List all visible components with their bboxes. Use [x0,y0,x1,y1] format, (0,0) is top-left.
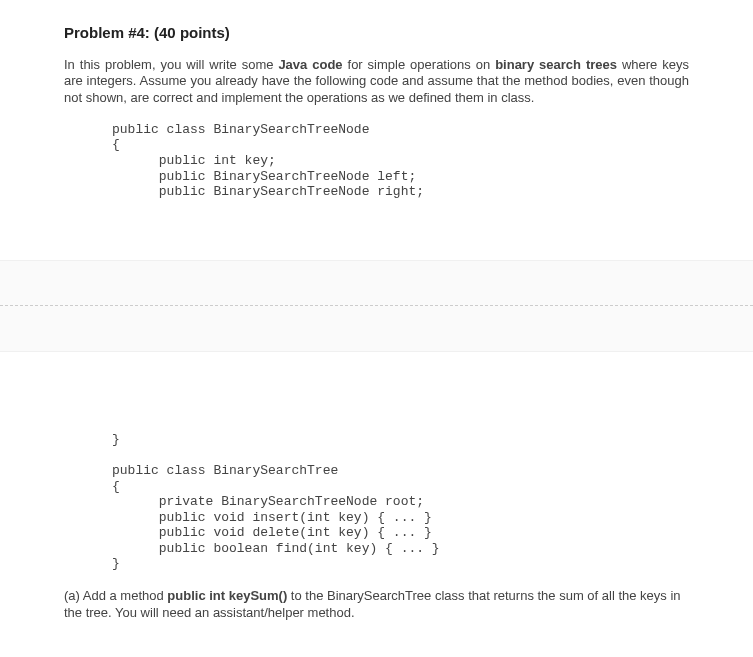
page-break-dashed-line [0,305,753,306]
problem-intro: In this problem, you will write some Jav… [64,57,689,106]
intro-bold-bst: binary search trees [495,57,617,72]
intro-text-2: for simple operations on [343,57,496,72]
spacer-above-band [0,200,753,260]
code-block-node-class: public class BinarySearchTreeNode { publ… [112,122,689,200]
page-break-band [0,260,753,352]
page-content-bottom: } public class BinarySearchTree { privat… [0,432,753,622]
problem-title: Problem #4: (40 points) [64,24,689,41]
spacer-below-band [0,352,753,432]
part-a-method: public int keySum() [167,588,287,603]
part-a-label: (a) Add a method [64,588,167,603]
intro-text-1: In this problem, you will write some [64,57,278,72]
code-block-tree-class: } public class BinarySearchTree { privat… [112,432,689,572]
part-a: (a) Add a method public int keySum() to … [64,588,689,622]
page-content-top: Problem #4: (40 points) In this problem,… [0,0,753,200]
intro-bold-javacode: Java code [278,57,342,72]
